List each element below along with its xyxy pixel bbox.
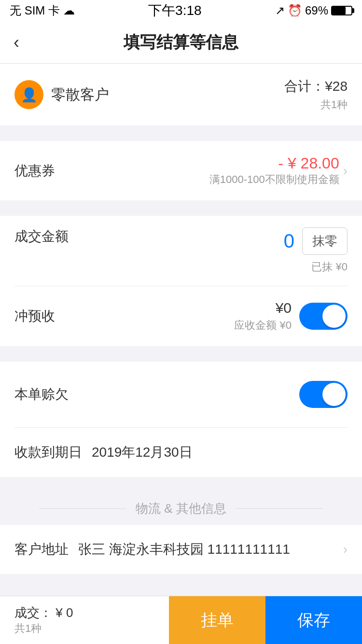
customer-right: 合计：¥28 共1种	[284, 77, 348, 112]
customer-row: 👤 零散客户 合计：¥28 共1种	[0, 64, 362, 126]
back-button[interactable]: ‹	[14, 32, 19, 53]
page-title: 填写结算等信息	[124, 31, 238, 54]
transaction-right: 0 抹零	[284, 227, 348, 255]
advance-label: 冲预收	[14, 307, 55, 325]
coupon-text-block: - ¥ 28.00 满1000-100不限制使用金额	[209, 154, 339, 187]
due-date-value: 2019年12月30日	[92, 443, 193, 462]
alarm-icon: ⏰	[288, 4, 302, 17]
total-amount: 合计：¥28	[284, 77, 348, 96]
hang-button[interactable]: 挂单	[169, 596, 265, 644]
logistics-section-label: 物流 & 其他信息	[136, 500, 226, 517]
credit-toggle-knob	[322, 383, 346, 406]
status-bar: 无 SIM 卡 ☁ 下午3:18 ↗ ⏰ 69%	[0, 0, 362, 21]
address-row[interactable]: 客户地址 张三 海淀永丰科技园 11111111111 ›	[0, 525, 362, 574]
coupon-section[interactable]: 优惠券 - ¥ 28.00 满1000-100不限制使用金额 ›	[0, 141, 362, 200]
address-label: 客户地址	[14, 540, 69, 559]
advance-toggle-knob	[322, 305, 346, 328]
coupon-value: - ¥ 28.00	[209, 154, 339, 172]
save-button[interactable]: 保存	[265, 596, 362, 644]
advance-sub: 应收金额 ¥0	[234, 318, 292, 333]
bottom-info: 成交： ¥ 0 共1种	[0, 596, 169, 644]
nav-bar: ‹ 填写结算等信息	[0, 21, 362, 64]
due-date-label: 收款到期日	[14, 443, 82, 462]
transaction-sub: 已抹 ¥0	[311, 260, 348, 274]
divider-1	[0, 133, 362, 141]
credit-row: 本单赊欠	[0, 362, 362, 427]
status-time: 下午3:18	[148, 1, 202, 20]
advance-value: ¥0	[234, 300, 292, 316]
advance-toggle[interactable]	[299, 303, 348, 330]
divider-2	[0, 208, 362, 216]
location-icon: ↗	[275, 4, 285, 17]
credit-toggle[interactable]	[299, 381, 348, 408]
avatar: 👤	[14, 80, 43, 109]
address-chevron-icon: ›	[343, 542, 348, 557]
coupon-label: 优惠券	[14, 162, 55, 180]
battery-icon	[331, 6, 352, 15]
no-sim-text: 无 SIM 卡 ☁	[10, 3, 75, 18]
status-right: ↗ ⏰ 69%	[275, 4, 352, 17]
address-section[interactable]: 客户地址 张三 海淀永丰科技园 11111111111 ›	[0, 525, 362, 574]
customer-name: 零散客户	[51, 85, 109, 105]
credit-label: 本单赊欠	[14, 385, 69, 404]
avatar-icon: 👤	[21, 87, 38, 103]
customer-section: 👤 零散客户 合计：¥28 共1种	[0, 64, 362, 126]
transaction-row: 成交金额 0 抹零 已抹 ¥0	[0, 216, 362, 286]
coupon-chevron-icon: ›	[343, 163, 348, 179]
transaction-label: 成交金额	[14, 227, 69, 246]
logistics-section-line: 物流 & 其他信息	[14, 500, 348, 517]
address-value: 张三 海淀永丰科技园 11111111111	[78, 540, 343, 559]
bottom-bar: 成交： ¥ 0 共1种 挂单 保存	[0, 596, 362, 644]
divider-4	[0, 485, 362, 492]
total-count: 共1种	[284, 98, 348, 112]
coupon-right: - ¥ 28.00 满1000-100不限制使用金额 ›	[209, 154, 348, 187]
logistics-header: 物流 & 其他信息	[0, 492, 362, 525]
bottom-deal-label: 成交：	[14, 605, 52, 620]
advance-right: ¥0 应收金额 ¥0	[234, 300, 348, 333]
battery-text: 69%	[305, 4, 328, 17]
advance-row: 冲预收 ¥0 应收金额 ¥0	[0, 286, 362, 346]
due-date-row: 收款到期日 2019年12月30日	[0, 428, 362, 477]
bottom-deal-text: 成交： ¥ 0	[14, 604, 154, 621]
transaction-section: 成交金额 0 抹零 已抹 ¥0 冲预收 ¥0 应收金额 ¥0	[0, 216, 362, 346]
credit-section: 本单赊欠 收款到期日 2019年12月30日	[0, 362, 362, 477]
round-button[interactable]: 抹零	[302, 227, 348, 255]
transaction-value: 0	[284, 230, 294, 252]
bottom-count: 共1种	[14, 621, 154, 636]
coupon-row[interactable]: 优惠券 - ¥ 28.00 满1000-100不限制使用金额 ›	[0, 141, 362, 200]
coupon-sub: 满1000-100不限制使用金额	[209, 172, 339, 187]
status-left: 无 SIM 卡 ☁	[10, 3, 75, 18]
divider-3	[0, 354, 362, 362]
bottom-deal-value: ¥ 0	[56, 605, 73, 620]
customer-left: 👤 零散客户	[14, 80, 109, 109]
advance-amounts: ¥0 应收金额 ¥0	[234, 300, 292, 333]
